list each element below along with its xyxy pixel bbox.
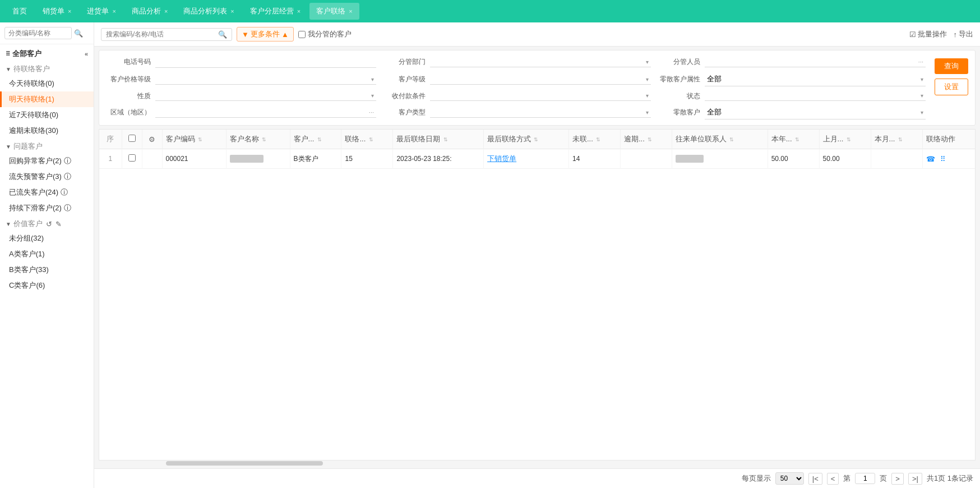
row-check[interactable] [122, 149, 142, 169]
filter-region-select[interactable]: ··· [155, 107, 376, 118]
first-page-button[interactable]: |< [808, 473, 822, 485]
nav-customer-contact[interactable]: 客户联络 × [309, 3, 359, 20]
col-header-settings[interactable]: ⚙ [142, 130, 162, 149]
col-header-uncontacted[interactable]: 未联... ⇅ [568, 130, 620, 149]
sidebar-item-abnormal-repurchase[interactable]: 回购异常客户(2) ⓘ [0, 153, 94, 169]
gear-icon[interactable]: ⚙ [149, 135, 155, 144]
sidebar-item-today-contact[interactable]: 今天待联络(0) [0, 76, 94, 91]
scrollbar-thumb[interactable] [166, 461, 323, 466]
sidebar-item-declining[interactable]: 持续下滑客户(2) ⓘ [0, 200, 94, 216]
close-icon[interactable]: × [297, 8, 301, 15]
batch-operation-button[interactable]: ☑ 批量操作 [909, 29, 947, 39]
sidebar-search-area: 🔍 [0, 22, 94, 44]
sort-icon: ⇅ [847, 137, 851, 142]
next-page-button[interactable]: > [891, 473, 904, 485]
sidebar-item-churn-warning[interactable]: 流失预警客户(3) ⓘ [0, 169, 94, 185]
sidebar-item-overdue-contact[interactable]: 逾期未联络(30) [0, 123, 94, 139]
filter-dept-label: 分管部门 [381, 57, 426, 67]
per-page-select[interactable]: 50 100 200 [775, 472, 804, 485]
col-header-name[interactable]: 客户名称 ⇅ [226, 130, 290, 149]
select-all-checkbox[interactable] [128, 135, 136, 142]
col-header-overdue[interactable]: 逾期... ⇅ [620, 130, 672, 149]
filter-phone-input[interactable] [155, 56, 376, 68]
last-method-link[interactable]: 下销货单 [487, 154, 516, 163]
sidebar-item-class-c[interactable]: C类客户(6) [0, 278, 94, 293]
col-header-last-method[interactable]: 最后联络方式 ⇅ [484, 130, 569, 149]
close-icon[interactable]: × [112, 8, 115, 15]
horizontal-scrollbar[interactable] [99, 461, 976, 466]
nav-customer-segmentation[interactable]: 客户分层经营 × [243, 3, 307, 20]
col-header-contacts[interactable]: 联络... ⇅ [341, 130, 393, 149]
nav-product-analysis-list[interactable]: 商品分析列表 × [177, 3, 241, 20]
action-more-icon[interactable]: ⠿ [940, 155, 946, 163]
filter-status-select[interactable]: ▾ [705, 91, 926, 101]
sort-icon: ⇅ [898, 137, 903, 142]
nav-sales-order[interactable]: 销货单 × [36, 3, 78, 20]
col-header-this-year[interactable]: 本年... ⇅ [768, 130, 819, 149]
filter-price-select[interactable]: ▾ [155, 75, 376, 85]
sidebar-all-customers-header[interactable]: ⠿ 全部客户 « [0, 44, 94, 61]
row-name [226, 149, 290, 169]
col-header-action: 联络动作 [922, 130, 975, 149]
content-area: 🔍 ▼ 更多条件 ▲ 我分管的客户 ☑ 批量操作 ↑ 导出 [94, 22, 980, 488]
sidebar-search-input[interactable] [4, 27, 72, 39]
filter-customer-type: 客户类型 ▾ [381, 108, 651, 118]
nav-purchase-order[interactable]: 进货单 × [80, 3, 122, 20]
sort-icon: ⇅ [729, 137, 734, 142]
col-header-last-month[interactable]: 上月... ⇅ [819, 130, 871, 149]
action-contact-icon[interactable]: ☎ [926, 155, 935, 163]
query-button[interactable]: 查询 [935, 58, 968, 74]
row-last-method[interactable]: 下销货单 [484, 149, 569, 169]
col-header-partner[interactable]: 往来单位联系人 ⇅ [672, 130, 768, 149]
close-icon[interactable]: × [68, 8, 71, 15]
toolbar: 🔍 ▼ 更多条件 ▲ 我分管的客户 ☑ 批量操作 ↑ 导出 [94, 22, 980, 47]
sidebar-group-problem-customers[interactable]: ▼ 问题客户 [0, 139, 94, 153]
search-input[interactable] [106, 30, 218, 38]
settings-button[interactable]: 设置 [935, 79, 968, 95]
nav-home[interactable]: 首页 [6, 3, 34, 20]
filter-phone-label: 电话号码 [106, 57, 151, 67]
prev-page-button[interactable]: < [827, 473, 839, 485]
filter-retail-select[interactable]: 全部 ▾ [705, 72, 926, 86]
filter-nature-select[interactable]: ▾ [155, 91, 376, 101]
collapse-icon[interactable]: « [85, 50, 88, 57]
close-icon[interactable]: × [230, 8, 234, 15]
sidebar-search-icon[interactable]: 🔍 [74, 29, 83, 38]
chevron-down-icon: ▾ [646, 109, 649, 116]
row-checkbox[interactable] [128, 154, 136, 162]
sidebar-group-value-customers[interactable]: ▼ 价值客户 ↺ ✎ [0, 216, 94, 231]
filter-retail-customer-select[interactable]: 全部 ▾ [705, 105, 926, 119]
more-icon[interactable]: ··· [918, 58, 923, 65]
my-customers-check[interactable] [298, 31, 306, 38]
nav-product-analysis[interactable]: 商品分析 × [125, 3, 174, 20]
row-overdue [620, 149, 672, 169]
last-page-button[interactable]: >| [908, 473, 922, 485]
filter-type-select[interactable]: ▾ [430, 108, 651, 118]
my-customers-checkbox[interactable]: 我分管的客户 [298, 29, 352, 39]
filter-row-3: 性质 ▾ 收付款条件 ▾ [106, 91, 926, 101]
sidebar-item-ungrouped[interactable]: 未分组(32) [0, 231, 94, 246]
filter-manager-select[interactable]: ··· [705, 57, 926, 67]
sidebar-item-class-a[interactable]: A类客户(1) [0, 246, 94, 262]
col-header-this-month[interactable]: 本月... ⇅ [871, 130, 922, 149]
sidebar-item-churned[interactable]: 已流失客户(24) ⓘ [0, 185, 94, 200]
col-header-type[interactable]: 客户... ⇅ [290, 130, 341, 149]
filter-dept-select[interactable]: ▾ [430, 57, 651, 67]
more-filter-button[interactable]: ▼ 更多条件 ▲ [237, 27, 294, 42]
sidebar-item-tomorrow-contact[interactable]: 明天待联络(1) [0, 91, 94, 107]
sidebar-item-7day-contact[interactable]: 近7天待联络(0) [0, 107, 94, 123]
col-header-num: 序 [99, 130, 122, 149]
close-icon[interactable]: × [349, 8, 352, 15]
sidebar-group-pending-contact[interactable]: ▼ 待联络客户 [0, 61, 94, 76]
col-header-code[interactable]: 客户编码 ⇅ [162, 130, 226, 149]
sidebar-item-class-b[interactable]: B类客户(33) [0, 262, 94, 278]
page-input[interactable] [855, 473, 875, 484]
export-button[interactable]: ↑ 导出 [954, 29, 974, 39]
filter-customer-level-select[interactable]: ▾ [430, 75, 651, 85]
col-header-last-date[interactable]: 最后联络日期 ⇅ [393, 130, 484, 149]
filter-payment-select[interactable]: ▾ [430, 91, 651, 101]
close-icon[interactable]: × [164, 8, 168, 15]
sort-icon: ⇅ [648, 137, 652, 142]
more-icon[interactable]: ··· [369, 109, 374, 116]
search-icon[interactable]: 🔍 [218, 30, 227, 39]
